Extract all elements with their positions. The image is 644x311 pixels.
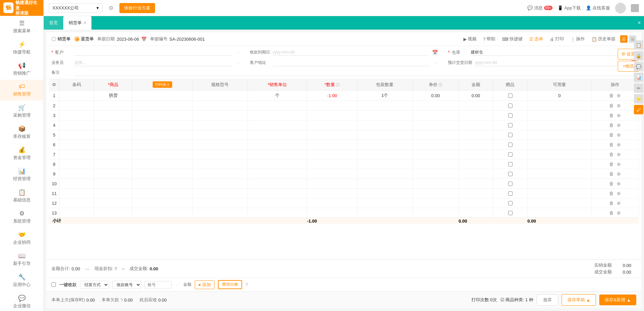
- row-amount[interactable]: [459, 169, 493, 179]
- row-unit[interactable]: 个: [248, 90, 307, 101]
- address-more-icon[interactable]: ···: [434, 60, 438, 65]
- col-scan[interactable]: 扫码录入: [132, 79, 193, 90]
- row-qty[interactable]: [307, 198, 357, 208]
- row-price[interactable]: [412, 101, 458, 111]
- row-gift[interactable]: [493, 111, 527, 120]
- salesperson-input[interactable]: [74, 59, 232, 66]
- copy-row-btn[interactable]: ⊕: [616, 132, 622, 138]
- row-gift[interactable]: [493, 120, 527, 130]
- cash-discount-help-icon[interactable]: ?: [115, 266, 117, 271]
- expected-date-input[interactable]: [475, 59, 627, 66]
- row-barcode[interactable]: [60, 208, 94, 218]
- row-barcode[interactable]: [60, 150, 94, 159]
- row-unit[interactable]: [248, 159, 307, 169]
- row-unit[interactable]: [248, 208, 307, 218]
- row-pkg-qty[interactable]: [357, 140, 412, 150]
- account-more-icon[interactable]: ···: [176, 282, 180, 287]
- row-unit[interactable]: [248, 101, 307, 111]
- row-gift[interactable]: [493, 208, 527, 218]
- row-price[interactable]: [412, 179, 458, 189]
- row-unit[interactable]: [248, 130, 307, 140]
- sidebar-item-sales[interactable]: 🏷 销售管理: [0, 80, 43, 101]
- due-date-input[interactable]: [273, 49, 428, 56]
- copy-row-btn[interactable]: ⊕: [616, 103, 622, 108]
- row-gift[interactable]: [493, 159, 527, 169]
- row-price[interactable]: [412, 120, 458, 130]
- row-barcode[interactable]: [60, 169, 94, 179]
- row-gift[interactable]: [493, 140, 527, 150]
- delete-row-btn[interactable]: 🗑: [608, 103, 615, 108]
- rp-icon-4[interactable]: 📊: [634, 73, 643, 82]
- list-view-btn[interactable]: ☰: [620, 35, 628, 43]
- row-qty[interactable]: [307, 140, 357, 150]
- calendar-icon[interactable]: 📅: [141, 37, 147, 42]
- form-date-value[interactable]: 2023-06-06: [117, 37, 139, 42]
- row-amount[interactable]: [459, 101, 493, 111]
- row-amount[interactable]: [459, 150, 493, 159]
- row-amount[interactable]: [459, 130, 493, 140]
- row-gift[interactable]: [493, 90, 527, 101]
- tab-sales-order[interactable]: 销货单 ×: [63, 16, 91, 30]
- notes-input[interactable]: [74, 69, 636, 76]
- message-item[interactable]: 💬 消息 99+: [527, 5, 553, 11]
- due-help-icon[interactable]: ?: [120, 298, 123, 303]
- row-product[interactable]: [94, 169, 132, 179]
- row-gift[interactable]: [493, 150, 527, 159]
- row-unit[interactable]: [248, 140, 307, 150]
- shortcut-btn[interactable]: ⌨ 快捷键: [500, 35, 525, 43]
- row-qty[interactable]: [307, 150, 357, 159]
- row-amount[interactable]: [459, 120, 493, 130]
- sidebar-item-apps[interactable]: 🔧 应用中心: [0, 270, 43, 291]
- rp-icon-7[interactable]: 🖊: [634, 105, 643, 114]
- row-barcode[interactable]: [60, 159, 94, 169]
- row-product[interactable]: [94, 140, 132, 150]
- row-price[interactable]: 0.00: [412, 90, 458, 101]
- copy-row-btn[interactable]: ⊕: [616, 161, 622, 167]
- row-price[interactable]: [412, 159, 458, 169]
- product-type-checkbox[interactable]: ☑: [500, 297, 504, 302]
- row-price[interactable]: [412, 169, 458, 179]
- account-number-input[interactable]: [145, 281, 172, 288]
- due-date-cal-icon[interactable]: 📅: [432, 50, 438, 55]
- save-draft-button[interactable]: 保存草稿 ▲: [562, 294, 596, 306]
- history-btn[interactable]: 📋 历史单据: [590, 35, 617, 43]
- row-spec[interactable]: [192, 208, 248, 218]
- sidebar-item-marketing[interactable]: 📢 营销推广: [0, 59, 43, 80]
- app-download-item[interactable]: 📱 App下载: [558, 5, 581, 11]
- row-product[interactable]: [94, 150, 132, 159]
- row-price[interactable]: [412, 208, 458, 218]
- row-amount[interactable]: [459, 179, 493, 189]
- salesperson-more-icon[interactable]: ···: [236, 60, 240, 65]
- copy-row-btn[interactable]: ⊕: [616, 200, 622, 206]
- row-unit[interactable]: [248, 189, 307, 198]
- row-spec[interactable]: [192, 179, 248, 189]
- copy-row-btn[interactable]: ⊕: [616, 171, 622, 177]
- trial-btn[interactable]: 体验行业方案: [119, 3, 155, 13]
- save-new-button[interactable]: 保存&新增 ▲: [599, 295, 636, 305]
- row-qty[interactable]: [307, 179, 357, 189]
- sidebar-item-management[interactable]: 📊 经营管理: [0, 164, 43, 185]
- copy-row-btn[interactable]: ⊕: [616, 152, 622, 157]
- radio-return[interactable]: 退货单: [75, 36, 94, 42]
- row-unit[interactable]: [248, 120, 307, 130]
- row-spec[interactable]: [192, 159, 248, 169]
- tab-bar-close-button[interactable]: ×: [635, 18, 644, 28]
- expense-btn[interactable]: 费用分摊: [218, 280, 242, 289]
- sidebar-item-system[interactable]: ⚙ 系统管理: [0, 206, 43, 228]
- row-spec[interactable]: [192, 169, 248, 179]
- print-btn[interactable]: 🖨 打印: [548, 35, 566, 43]
- copy-row-btn[interactable]: ⊕: [616, 181, 622, 186]
- delete-row-btn[interactable]: 🗑: [608, 122, 615, 128]
- online-service-item[interactable]: 👤 在线客服: [586, 5, 610, 11]
- settlement-select[interactable]: 结算方式: [80, 281, 109, 289]
- row-barcode[interactable]: [60, 101, 94, 111]
- avatar2[interactable]: [631, 4, 639, 12]
- radio-sales[interactable]: 销货单: [51, 36, 71, 42]
- row-amount[interactable]: [459, 159, 493, 169]
- row-spec[interactable]: [192, 140, 248, 150]
- row-pkg-qty[interactable]: [357, 208, 412, 218]
- row-pkg-qty[interactable]: [357, 159, 412, 169]
- sidebar-item-inventory[interactable]: 📦 库存核算: [0, 122, 43, 143]
- row-price[interactable]: [412, 189, 458, 198]
- row-spec[interactable]: [192, 150, 248, 159]
